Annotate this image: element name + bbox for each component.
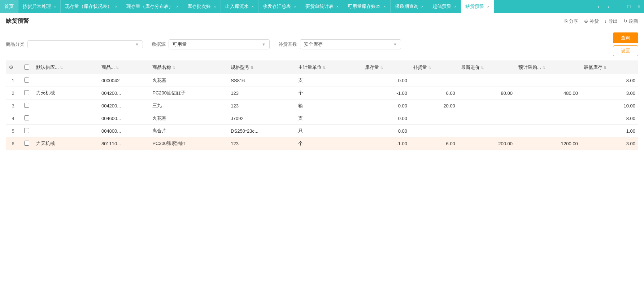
filter-datasource: 数据源 可用量 ▼ <box>152 39 270 49</box>
close-icon[interactable]: × <box>487 4 489 9</box>
row-spec: SS816 <box>228 74 295 87</box>
row-estimated-purchase: 480.00 <box>515 87 581 100</box>
query-button[interactable]: 查询 <box>613 32 638 43</box>
row-replenish-qty <box>410 74 458 87</box>
data-table: ⚙ 默认供应... ⇅ 商品... ⇅ <box>6 61 638 150</box>
table-wrapper: ⚙ 默认供应... ⇅ 商品... ⇅ <box>0 61 644 150</box>
category-select[interactable]: ▼ <box>27 40 143 48</box>
tab-inout[interactable]: 出入库流水 × <box>221 0 258 13</box>
tab-requisition[interactable]: 要货单统计表 × <box>301 0 343 13</box>
row-latest-price: 80.00 <box>458 87 515 100</box>
tab-bar: 首页 拣货异常处理 × 现存量（库存状况表） × 现存量（库存分布表） × 库存… <box>0 0 644 13</box>
tab-scroll-right[interactable]: › <box>604 4 614 9</box>
th-min-stock: 最低库存 ⇅ <box>581 61 638 74</box>
table-row: 6 力天机械 801110... PC200张紧油缸 123 个 -1.00 6… <box>6 137 638 150</box>
row-checkbox[interactable] <box>24 90 29 95</box>
tab-shortage[interactable]: 缺货预警 × <box>461 0 493 13</box>
gear-icon[interactable]: ⚙ <box>9 64 13 70</box>
table-row: 5 004800... 离合片 DS250*23c... 只 0.00 1.00 <box>6 125 638 137</box>
row-checkbox[interactable] <box>24 78 29 83</box>
table-row: 3 004200... 三九 123 箱 0.00 20.00 10.00 <box>6 100 638 112</box>
row-spec: 123 <box>228 100 295 112</box>
tab-minimize[interactable]: — <box>614 4 624 9</box>
sort-icon: ⇅ <box>172 66 175 70</box>
row-supplier: 力天机械 <box>33 87 99 100</box>
replenish-base-label: 补货基数 <box>278 41 297 48</box>
dropdown-icon: ▼ <box>135 42 139 47</box>
tab-expiry[interactable]: 保质期查询 × <box>391 0 428 13</box>
filter-replenish-base: 补货基数 安全库存 ▼ <box>278 39 401 49</box>
dropdown-icon: ▼ <box>393 42 397 47</box>
tab-home[interactable]: 首页 <box>0 0 18 13</box>
datasource-select[interactable]: 可用量 ▼ <box>169 39 270 49</box>
datasource-label: 数据源 <box>152 41 166 48</box>
close-icon[interactable]: × <box>383 4 386 9</box>
row-product-code: 004200... <box>99 100 149 112</box>
close-icon[interactable]: × <box>115 4 117 9</box>
row-estimated-purchase <box>515 100 581 112</box>
row-stock: -1.00 <box>362 137 410 150</box>
th-stock: 库存量 ⇅ <box>362 61 410 74</box>
sort-icon: ⇅ <box>116 66 119 70</box>
settings-button[interactable]: 设置 <box>613 45 638 56</box>
replenish-button[interactable]: ⊕ 补货 <box>584 18 599 25</box>
close-icon[interactable]: × <box>214 4 216 9</box>
row-latest-price <box>458 112 515 125</box>
select-all-checkbox[interactable] <box>24 65 29 70</box>
th-settings: ⚙ <box>6 61 20 74</box>
row-stock: 0.00 <box>362 112 410 125</box>
th-estimated-purchase: 预计采购... ⇅ <box>515 61 581 74</box>
close-icon[interactable]: × <box>421 4 423 9</box>
row-replenish-qty <box>410 112 458 125</box>
share-icon: ⎘ <box>565 18 567 24</box>
close-icon[interactable]: × <box>454 4 456 9</box>
row-number: 1 <box>6 74 20 87</box>
row-latest-price <box>458 74 515 87</box>
tab-maximize[interactable]: □ <box>624 4 634 9</box>
row-estimated-purchase <box>515 74 581 87</box>
row-min-stock: 8.00 <box>581 74 638 87</box>
row-checkbox[interactable] <box>24 141 29 146</box>
table-body: 1 0000042 火花塞 SS816 支 0.00 8.00 2 力天机械 0… <box>6 74 638 150</box>
datasource-value: 可用量 <box>173 41 187 48</box>
row-stock: -1.00 <box>362 87 410 100</box>
replenish-icon: ⊕ <box>584 18 588 24</box>
tab-summary[interactable]: 收发存汇总表 × <box>258 0 301 13</box>
tab-scroll-left[interactable]: ‹ <box>593 4 604 9</box>
tab-available[interactable]: 可用量库存账本 × <box>343 0 390 13</box>
tab-abnormal[interactable]: 拣货异常处理 × <box>18 0 61 13</box>
tab-close-window[interactable]: × <box>634 4 644 9</box>
tab-stock-dist[interactable]: 现存量（库存分布表） × <box>122 0 183 13</box>
row-replenish-qty: 6.00 <box>410 87 458 100</box>
replenish-base-select[interactable]: 安全库存 ▼ <box>300 39 401 49</box>
tab-batch[interactable]: 库存批次账 × <box>183 0 221 13</box>
row-estimated-purchase <box>515 125 581 137</box>
row-spec: 123 <box>228 137 295 150</box>
tab-stock-status[interactable]: 现存量（库存状况表） × <box>61 0 122 13</box>
th-latest-price: 最新进价 ⇅ <box>458 61 515 74</box>
row-checkbox[interactable] <box>24 115 29 120</box>
refresh-button[interactable]: ↻ 刷新 <box>623 18 638 25</box>
row-product-name: 火花塞 <box>149 112 228 125</box>
close-icon[interactable]: × <box>252 4 254 9</box>
close-icon[interactable]: × <box>54 4 56 9</box>
close-icon[interactable]: × <box>336 4 339 9</box>
export-icon: ↓ <box>605 18 607 24</box>
row-product-code: 004600... <box>99 112 149 125</box>
row-checkbox[interactable] <box>24 128 29 133</box>
th-supplier: 默认供应... ⇅ <box>33 61 99 74</box>
th-spec: 规格型号 ⇅ <box>228 61 295 74</box>
close-icon[interactable]: × <box>294 4 296 9</box>
row-product-name: PC200油缸缸子 <box>149 87 228 100</box>
close-icon[interactable]: × <box>176 4 178 9</box>
row-checkbox[interactable] <box>24 103 29 108</box>
row-number: 3 <box>6 100 20 112</box>
row-checkbox-cell <box>20 74 33 87</box>
share-button[interactable]: ⎘ 分享 <box>565 18 578 25</box>
row-min-stock: 3.00 <box>581 137 638 150</box>
row-replenish-qty <box>410 125 458 137</box>
row-min-stock: 10.00 <box>581 100 638 112</box>
tab-overstock[interactable]: 超储预警 × <box>428 0 461 13</box>
header-actions: ⎘ 分享 ⊕ 补货 ↓ 导出 ↻ 刷新 <box>565 18 639 25</box>
export-button[interactable]: ↓ 导出 <box>605 18 618 25</box>
